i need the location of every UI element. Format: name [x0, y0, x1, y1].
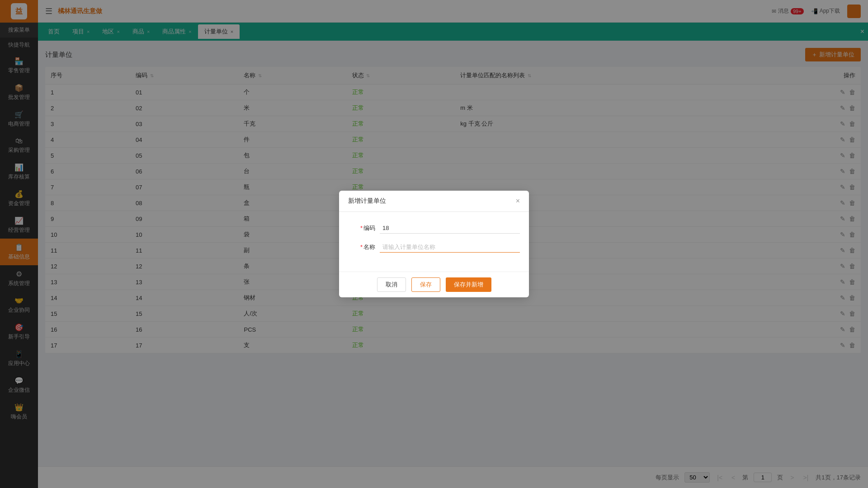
form-name-label: *名称 [348, 243, 375, 251]
save-button[interactable]: 保存 [411, 277, 440, 292]
form-name-input[interactable] [380, 242, 520, 253]
save-and-new-button[interactable]: 保存并新增 [446, 277, 491, 292]
modal-footer: 取消 保存 保存并新增 [339, 272, 529, 297]
cancel-button[interactable]: 取消 [377, 277, 406, 292]
modal-body: *编码 *名称 [339, 212, 529, 272]
form-code-row: *编码 [348, 223, 520, 234]
modal-header: 新增计量单位 × [339, 191, 529, 212]
form-code-label: *编码 [348, 224, 375, 232]
add-unit-modal: 新增计量单位 × *编码 *名称 取消 保存 保存并新增 [339, 191, 529, 297]
modal-close-button[interactable]: × [516, 197, 520, 205]
form-code-input[interactable] [380, 223, 520, 234]
modal-title: 新增计量单位 [348, 197, 386, 205]
form-name-row: *名称 [348, 242, 520, 253]
required-mark-name: * [360, 244, 363, 250]
modal-overlay[interactable]: 新增计量单位 × *编码 *名称 取消 保存 保存并新增 [0, 0, 868, 488]
required-mark: * [360, 225, 363, 231]
